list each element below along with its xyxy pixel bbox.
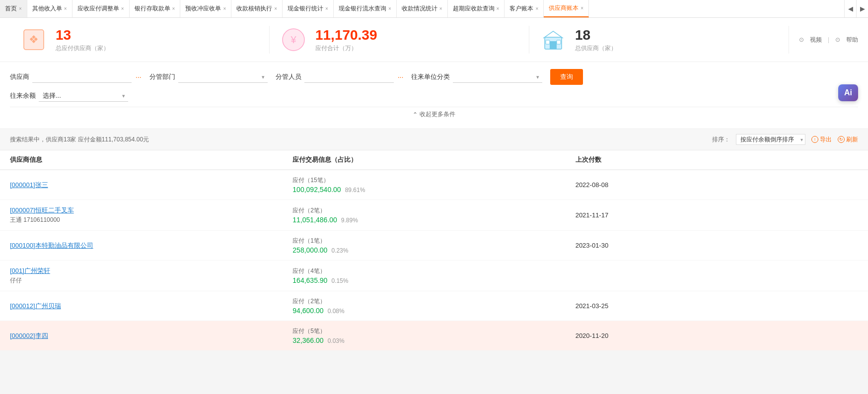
export-label: 导出 bbox=[820, 135, 832, 144]
nav-item-cash-bank-query[interactable]: 现金银行流水查询× bbox=[334, 0, 397, 17]
supplier-link-5[interactable]: [000002]李四 bbox=[10, 332, 48, 339]
svg-rect-6 bbox=[546, 40, 550, 44]
balance-label: 往来余额 bbox=[10, 91, 36, 100]
balance-select[interactable]: 选择... bbox=[39, 90, 128, 102]
supplier-cell-2: [000100]本特勤油品有限公司 bbox=[10, 241, 292, 250]
svg-text:¥: ¥ bbox=[290, 34, 296, 45]
supplier-link-1[interactable]: [000007]恒旺二手叉车 bbox=[10, 206, 74, 214]
table-row: [000012]广州贝瑞 应付（2笔） 94,600.00 0.08% 2021… bbox=[0, 291, 868, 321]
nav-item-ar-ap-adjust[interactable]: 应收应付调整单× bbox=[72, 0, 130, 17]
supplier-cell-3: [001]广州荣轩仔仔 bbox=[10, 266, 292, 285]
stat-icon-suppliers: ❖ bbox=[20, 26, 48, 54]
supplier-cell-1: [000007]恒旺二手叉车王通 17106110000 bbox=[10, 206, 292, 224]
nav-close-payment-verify[interactable]: × bbox=[274, 6, 277, 11]
nav-close-home[interactable]: × bbox=[19, 6, 22, 11]
payable-label-1: 应付（2笔） bbox=[292, 206, 575, 215]
stat-label-total-sup: 总供应商（家） bbox=[575, 44, 617, 53]
nav-item-home[interactable]: 首页× bbox=[0, 0, 27, 17]
nav-item-prepay-ar[interactable]: 预收冲应收单× bbox=[180, 0, 231, 17]
last-payment-2: 2023-01-30 bbox=[576, 242, 609, 249]
ai-badge[interactable]: Ai bbox=[838, 84, 858, 101]
payable-cell-3: 应付（4笔） 164,635.90 0.15% bbox=[292, 267, 575, 284]
filter-balance: 往来余额 选择... bbox=[10, 90, 128, 102]
nav-close-ar-ap-adjust[interactable]: × bbox=[121, 6, 124, 11]
nav-close-prepay-ar[interactable]: × bbox=[223, 6, 226, 11]
department-select[interactable] bbox=[178, 71, 268, 83]
supplier-sub-3: 仔仔 bbox=[10, 276, 292, 285]
stat-value-total: 11,170.39 bbox=[315, 27, 377, 44]
stat-info-suppliers: 13 总应付供应商（家） bbox=[56, 27, 109, 53]
payable-label-4: 应付（2笔） bbox=[292, 297, 575, 306]
supplier-link-2[interactable]: [000100]本特勤油品有限公司 bbox=[10, 242, 93, 249]
nav-close-bank-deposit[interactable]: × bbox=[172, 6, 175, 11]
stat-payable-total: ¥ 11,170.39 应付合计（万） bbox=[270, 26, 529, 54]
nav-left-arrow[interactable]: ◀ bbox=[844, 0, 856, 17]
person-input[interactable] bbox=[304, 71, 394, 83]
nav-item-collection-stat[interactable]: 收款情况统计× bbox=[397, 0, 448, 17]
collapse-button[interactable]: ⌃ 收起更多条件 bbox=[10, 107, 858, 122]
result-text: 搜索结果中，供应商13家 应付金额111,703,854.00元 bbox=[10, 135, 149, 144]
export-button[interactable]: ↑ 导出 bbox=[811, 135, 832, 144]
payable-percent-1: 9.89% bbox=[341, 217, 358, 224]
supplier-link-4[interactable]: [000012]广州贝瑞 bbox=[10, 302, 61, 310]
nav-item-cash-bank-stat[interactable]: 现金银行统计× bbox=[283, 0, 334, 17]
person-label: 分管人员 bbox=[276, 72, 301, 81]
video-icon: ⊙ bbox=[799, 36, 804, 43]
nav-bar: 首页×其他收入单×应收应付调整单×银行存取款单×预收冲应收单×收款核销执行×现金… bbox=[0, 0, 868, 18]
video-link[interactable]: 视频 bbox=[810, 36, 822, 44]
category-label: 往来单位分类 bbox=[411, 72, 450, 81]
filter-area: 供应商 ··· 分管部门 分管人员 ··· 往来单位分类 bbox=[0, 62, 868, 129]
filter-row-1: 供应商 ··· 分管部门 分管人员 ··· 往来单位分类 bbox=[10, 69, 858, 85]
payable-amount-5: 32,366.00 bbox=[292, 336, 323, 344]
query-button[interactable]: 查询 bbox=[550, 69, 583, 85]
table-header: 供应商信息 应付交易信息（占比） 上次付数 bbox=[0, 150, 868, 170]
stat-info-total: 11,170.39 应付合计（万） bbox=[315, 27, 377, 53]
nav-right-arrow[interactable]: ▶ bbox=[856, 0, 868, 17]
nav-close-supplier-ledger[interactable]: × bbox=[580, 5, 583, 11]
last-payment-cell-4: 2021-03-25 bbox=[576, 302, 858, 310]
nav-item-other-income[interactable]: 其他收入单× bbox=[27, 0, 72, 17]
supplier-input[interactable] bbox=[32, 71, 132, 83]
refresh-label: 刷新 bbox=[846, 135, 858, 144]
filter-row-2: 往来余额 选择... bbox=[10, 90, 858, 102]
department-label: 分管部门 bbox=[149, 72, 175, 81]
refresh-button[interactable]: ↻ 刷新 bbox=[838, 135, 858, 144]
supplier-link-0[interactable]: [000001]张三 bbox=[10, 181, 48, 189]
nav-close-collection-stat[interactable]: × bbox=[439, 6, 442, 11]
payable-label-5: 应付（5笔） bbox=[292, 327, 575, 335]
nav-close-customer-ledger[interactable]: × bbox=[535, 6, 538, 11]
payable-amount-3: 164,635.90 bbox=[292, 276, 327, 284]
nav-close-other-income[interactable]: × bbox=[64, 6, 67, 11]
person-dots[interactable]: ··· bbox=[398, 73, 404, 81]
help-link[interactable]: 帮助 bbox=[846, 36, 858, 44]
payable-cell-2: 应付（1笔） 258,000.00 0.23% bbox=[292, 237, 575, 254]
stat-info-total-sup: 18 总供应商（家） bbox=[575, 27, 617, 53]
filter-person: 分管人员 ··· bbox=[276, 71, 404, 83]
sort-select[interactable]: 按应付余额倒序排序 按应付余额升序排序 按日期倒序排序 bbox=[736, 134, 805, 145]
collapse-label: 收起更多条件 bbox=[420, 110, 455, 119]
sort-select-wrapper: 按应付余额倒序排序 按应付余额升序排序 按日期倒序排序 bbox=[736, 134, 805, 145]
nav-close-cash-bank-query[interactable]: × bbox=[388, 6, 391, 11]
category-select[interactable] bbox=[453, 71, 542, 83]
nav-item-supplier-ledger[interactable]: 供应商账本× bbox=[544, 0, 589, 17]
supplier-link-3[interactable]: [001]广州荣轩 bbox=[10, 267, 50, 274]
nav-label: 应收应付调整单 bbox=[77, 4, 119, 13]
payable-label-0: 应付（15笔） bbox=[292, 176, 575, 185]
department-select-wrapper bbox=[178, 71, 268, 83]
svg-rect-5 bbox=[550, 41, 557, 49]
nav-item-overdue-ar-query[interactable]: 超期应收款查询× bbox=[448, 0, 505, 17]
svg-text:❖: ❖ bbox=[29, 33, 39, 46]
nav-item-customer-ledger[interactable]: 客户账本× bbox=[505, 0, 544, 17]
supplier-dots[interactable]: ··· bbox=[136, 73, 142, 81]
payable-percent-5: 0.03% bbox=[328, 337, 345, 344]
table-area: 供应商信息 应付交易信息（占比） 上次付数 [000001]张三 应付（15笔）… bbox=[0, 150, 868, 351]
nav-item-bank-deposit[interactable]: 银行存取款单× bbox=[130, 0, 181, 17]
nav-label: 预收冲应收单 bbox=[185, 4, 221, 13]
filter-supplier: 供应商 ··· bbox=[10, 71, 142, 83]
last-payment-cell-2: 2023-01-30 bbox=[576, 242, 858, 249]
nav-close-overdue-ar-query[interactable]: × bbox=[497, 6, 500, 11]
nav-label: 其他收入单 bbox=[32, 4, 62, 13]
nav-close-cash-bank-stat[interactable]: × bbox=[325, 6, 328, 11]
payable-row-4: 94,600.00 0.08% bbox=[292, 306, 575, 315]
nav-item-payment-verify[interactable]: 收款核销执行× bbox=[231, 0, 283, 17]
